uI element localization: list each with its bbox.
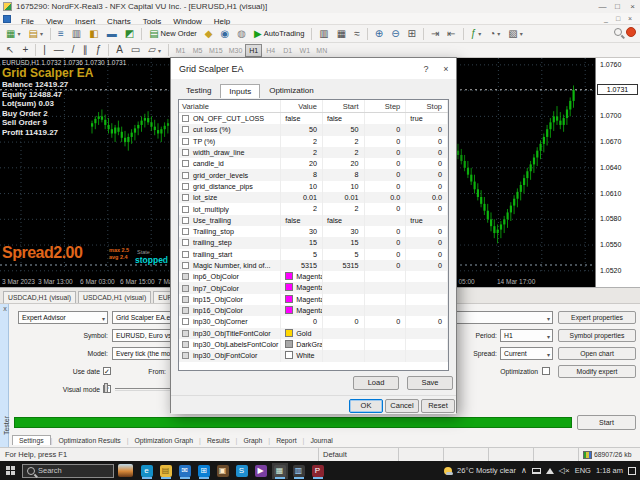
start-cell[interactable] (323, 339, 365, 350)
table-row[interactable]: trailing_step151500 (179, 237, 448, 248)
stop-cell[interactable]: 0 (406, 169, 448, 180)
timeframe-m1[interactable]: M1 (172, 44, 189, 57)
stop-cell[interactable]: 0 (406, 226, 448, 237)
taskbar-weather[interactable]: 26°C Mostly clear (457, 466, 516, 475)
value-cell[interactable]: 0.01 (281, 192, 323, 203)
table-row[interactable]: inp30_ObjLabelsFontColorDarkGray (179, 339, 448, 350)
start-cell[interactable]: 0.01 (323, 192, 365, 203)
stop-cell[interactable] (406, 339, 448, 350)
start-cell[interactable]: 2 (323, 203, 365, 214)
value-cell[interactable]: Magenta (281, 294, 323, 305)
start-cell[interactable]: 20 (323, 158, 365, 169)
search-icon[interactable] (614, 28, 622, 36)
line-chart-icon[interactable]: ≈ (350, 26, 364, 41)
table-row[interactable]: inp6_ObjColorMagenta (179, 271, 448, 282)
stop-cell[interactable]: 0 (406, 158, 448, 169)
navigator-icon[interactable]: ◧ (85, 26, 102, 41)
timeframe-h4[interactable]: H4 (262, 44, 279, 57)
step-cell[interactable]: 0 (365, 136, 407, 147)
value-cell[interactable]: 2 (281, 136, 323, 147)
parameter-checkbox[interactable] (182, 217, 189, 224)
clock[interactable]: 1:18 am (596, 466, 623, 475)
step-cell[interactable]: 0 (365, 237, 407, 248)
stop-cell[interactable]: true (406, 113, 448, 124)
new-chart-icon[interactable]: ▦▾ (2, 26, 24, 41)
parameter-checkbox[interactable] (182, 262, 189, 269)
data-window-icon[interactable]: ▥ (68, 26, 85, 41)
open-chart-button[interactable]: Open chart (558, 347, 636, 360)
value-cell[interactable]: 8 (281, 169, 323, 180)
channel-icon[interactable]: ∥ (79, 43, 92, 58)
timeframe-m5[interactable]: M5 (189, 44, 206, 57)
table-row[interactable]: inp30_ObjFontColorWhite (179, 350, 448, 361)
zoom-in-icon[interactable]: ⊕ (371, 26, 387, 41)
tester-tab-graph[interactable]: Graph (237, 436, 268, 445)
step-cell[interactable]: 0 (365, 158, 407, 169)
start-cell[interactable]: 2 (323, 147, 365, 158)
parameter-checkbox[interactable] (182, 251, 189, 258)
table-row[interactable]: grid_distance_pips101000 (179, 181, 448, 192)
timeframe-w1[interactable]: W1 (296, 44, 313, 57)
parameter-checkbox[interactable] (182, 126, 189, 133)
value-cell[interactable]: Magenta (281, 271, 323, 282)
terminal-icon[interactable]: ▬ (103, 26, 121, 41)
text-label-icon[interactable]: ▭ (127, 43, 144, 58)
value-cell[interactable]: 20 (281, 158, 323, 169)
media-app-icon[interactable]: ▶ (253, 463, 269, 479)
step-cell[interactable]: 0.0 (365, 192, 407, 203)
tester-tab-report[interactable]: Report (270, 436, 302, 445)
parameter-checkbox[interactable] (182, 228, 189, 235)
auto-scroll-icon[interactable]: ⇥ (427, 26, 443, 41)
value-cell[interactable]: 15 (281, 237, 323, 248)
child-restore-button[interactable]: □ (612, 15, 624, 22)
tester-tab-results[interactable]: Results (201, 436, 236, 445)
taskbar-search-input[interactable]: Search (22, 464, 114, 478)
tester-tab-optimization-results[interactable]: Optimization Results (52, 436, 126, 445)
table-row[interactable]: trailing_start5500 (179, 249, 448, 260)
stop-cell[interactable] (406, 350, 448, 361)
parameter-checkbox[interactable] (182, 273, 189, 280)
dialog-close-button[interactable]: × (436, 64, 456, 74)
step-cell[interactable] (365, 215, 407, 226)
reset-button[interactable]: Reset (421, 399, 455, 413)
new-order-button[interactable]: ▤New Order (145, 26, 201, 41)
volume-muted-icon[interactable]: ◁× (559, 466, 570, 475)
dialog-tab-testing[interactable]: Testing (177, 83, 220, 97)
dialog-tab-optimization[interactable]: Optimization (260, 83, 322, 97)
table-row[interactable]: grid_order_levels8800 (179, 169, 448, 180)
start-cell[interactable]: 5 (323, 249, 365, 260)
tile-windows-icon[interactable]: ⊞ (404, 26, 420, 41)
start-cell[interactable]: 50 (323, 124, 365, 135)
dialog-help-button[interactable]: ? (416, 64, 436, 74)
indicators-icon[interactable]: ƒ▾ (467, 26, 486, 41)
table-row[interactable]: inp7_ObjColorMagenta (179, 282, 448, 293)
parameter-checkbox[interactable] (182, 160, 189, 167)
table-row[interactable]: TP (%)2200 (179, 136, 448, 147)
value-cell[interactable]: Magenta (281, 305, 323, 316)
step-cell[interactable]: 0 (365, 249, 407, 260)
dialog-tab-inputs[interactable]: Inputs (220, 84, 260, 98)
parameter-checkbox[interactable] (182, 206, 189, 213)
value-cell[interactable]: 2 (281, 147, 323, 158)
step-cell[interactable]: 0 (365, 316, 407, 327)
cursor-icon[interactable]: ↖ (2, 43, 18, 58)
trendline-icon[interactable]: / (68, 43, 79, 58)
start-cell[interactable]: false (323, 215, 365, 226)
templates-icon[interactable]: ▧▾ (504, 26, 526, 41)
step-cell[interactable]: 0 (365, 169, 407, 180)
periods-icon[interactable]: ◔▾ (485, 26, 504, 41)
fibonacci-icon[interactable]: ƒ (92, 43, 106, 58)
stop-cell[interactable]: 0 (406, 147, 448, 158)
parameter-checkbox[interactable] (182, 318, 189, 325)
parameter-checkbox[interactable] (182, 296, 189, 303)
parameter-checkbox[interactable] (182, 341, 189, 348)
dialog-title-bar[interactable]: Grid Scalper EA ? × (171, 58, 456, 79)
expert-properties-button[interactable]: Expert properties (558, 311, 636, 324)
table-row[interactable]: Trailing_stop303000 (179, 226, 448, 237)
action-center-icon[interactable] (628, 467, 636, 475)
photos-icon[interactable]: ▣ (215, 463, 231, 479)
stop-cell[interactable]: 0 (406, 249, 448, 260)
timeframe-m15[interactable]: M15 (206, 44, 226, 57)
table-row[interactable]: Magic Number, kind of...5315531500 (179, 260, 448, 271)
start-menu-button[interactable] (0, 461, 20, 480)
